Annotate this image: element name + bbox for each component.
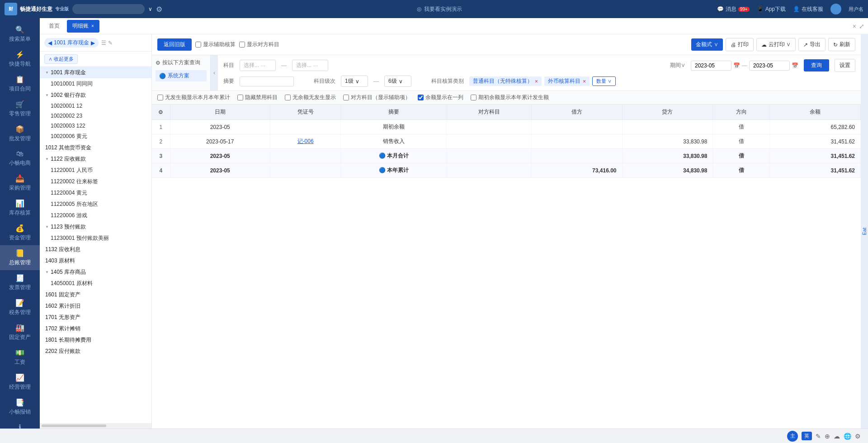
tree-col-icon[interactable]: ☰ xyxy=(101,40,106,46)
tree-item-11220001[interactable]: 11220001 人民币 xyxy=(40,165,151,176)
sidebar-item-project[interactable]: 📋 项目合同 xyxy=(0,71,40,96)
tree-item-1002[interactable]: ▼ 1002 银行存款 xyxy=(40,90,151,101)
tree-edit-icon[interactable]: ✎ xyxy=(108,40,113,46)
sidebar-item-invoice[interactable]: 🧾 发票管理 xyxy=(0,270,40,295)
top-search-input[interactable] xyxy=(72,4,145,14)
checkbox-opening-input[interactable] xyxy=(471,95,476,100)
sidebar-item-salary[interactable]: 💵 工资 xyxy=(0,345,40,370)
tree-item-1701[interactable]: 1701 无形资产 xyxy=(40,312,151,323)
tree-item-1405[interactable]: ▼ 1405 库存商品 xyxy=(40,267,151,278)
system-scheme-btn[interactable]: 🔵 系统方案 xyxy=(156,70,207,81)
summary-filter-input[interactable] xyxy=(240,76,294,86)
show-assist-check[interactable]: 显示辅助核算 xyxy=(195,41,236,48)
message-btn[interactable]: 💬 消息 99+ xyxy=(717,5,750,13)
sidebar-item-quick[interactable]: ⚡ 快捷导航 xyxy=(0,47,40,71)
period-start-input[interactable] xyxy=(691,61,731,71)
checkbox-one-col[interactable]: 余额显示在一列 xyxy=(418,94,463,101)
level-start-select[interactable]: 1级 ∨ xyxy=(341,76,368,87)
tab-home[interactable]: 首页 xyxy=(43,20,65,33)
sidebar-item-stock[interactable]: 📊 库存核算 xyxy=(0,195,40,220)
tree-item-10020002[interactable]: 10020002 23 xyxy=(40,111,151,121)
quantity-dropdown-btn[interactable]: 数量 ∨ xyxy=(592,76,616,86)
export-btn[interactable]: ↗ 导出 xyxy=(798,38,826,51)
gear-col-icon[interactable]: ⚙ xyxy=(158,109,163,115)
setting-btn[interactable]: 设置 xyxy=(835,59,855,72)
cloud-print-btn[interactable]: ☁ 云打印 ∨ xyxy=(756,38,796,51)
checkbox-contra[interactable]: 对方科目（显示辅助项） xyxy=(343,94,410,101)
show-contra-checkbox[interactable] xyxy=(239,42,245,48)
maximize-icon[interactable]: ⤢ xyxy=(859,23,864,30)
sidebar-item-purchase[interactable]: 📥 采购管理 xyxy=(0,171,40,195)
tree-item-10020006[interactable]: 10020006 黄元 xyxy=(40,131,151,142)
tree-item-14050001[interactable]: 14050001 原材料 xyxy=(40,278,151,289)
tree-item-10020001[interactable]: 10020001 12 xyxy=(40,101,151,111)
tree-item-11220005[interactable]: 11220005 所在地区 xyxy=(40,199,151,210)
status-icon-3[interactable]: ☁ xyxy=(834,433,840,440)
checkbox-no-amount-input[interactable] xyxy=(157,95,163,100)
lang-btn[interactable]: 英 xyxy=(802,432,812,440)
checkbox-no-balance[interactable]: 无余额无发生显示 xyxy=(285,94,336,101)
type-tag-2-close[interactable]: × xyxy=(583,78,586,85)
checkbox-hide-disabled-input[interactable] xyxy=(237,95,243,100)
right-edge-panel[interactable]: Eat xyxy=(861,34,868,429)
tree-item-1012[interactable]: 1012 其他货币资金 xyxy=(40,142,151,153)
sidebar-item-shop[interactable]: 🛍 小畅电商 xyxy=(0,146,40,171)
sidebar-item-report[interactable]: 📑 小畅报销 xyxy=(0,395,40,419)
app-download-btn[interactable]: 📱 App下载 xyxy=(757,5,786,13)
status-icon-4[interactable]: 🌐 xyxy=(844,433,851,440)
type-tag-1-close[interactable]: × xyxy=(535,78,538,85)
status-icon-1[interactable]: ✎ xyxy=(816,433,821,440)
back-old-version-btn[interactable]: 返回旧版 xyxy=(157,38,192,51)
sidebar-item-fixed[interactable]: 🏭 固定资产 xyxy=(0,320,40,345)
refresh-btn[interactable]: ↻ 刷新 xyxy=(828,38,855,51)
type-tag-2[interactable]: 外币核算科目 × xyxy=(544,76,590,86)
tree-selected-tag[interactable]: ◀ 1001 库存现金 ▶ xyxy=(44,38,99,48)
search-dropdown-icon[interactable]: ∨ xyxy=(148,6,152,12)
checkbox-opening[interactable]: 期初余额显示本年累计发生额 xyxy=(471,94,549,101)
sidebar-item-wholesale[interactable]: 📦 批发管理 xyxy=(0,121,40,146)
sidebar-item-finance[interactable]: 💰 资金管理 xyxy=(0,220,40,245)
period-end-input[interactable] xyxy=(749,61,790,71)
type-tag-1[interactable]: 普通科目（无特殊核算） × xyxy=(469,76,542,86)
show-assist-checkbox[interactable] xyxy=(195,42,201,48)
sidebar-item-retail[interactable]: 🛒 零售管理 xyxy=(0,96,40,121)
tree-item-1001[interactable]: ▼ 1001 库存现金 xyxy=(40,67,151,78)
settings-gear-icon[interactable]: ⚙ xyxy=(156,5,162,14)
sidebar-item-operation[interactable]: 📈 经营管理 xyxy=(0,370,40,395)
tree-item-11220004[interactable]: 11220004 黄元 xyxy=(40,187,151,199)
demo-area[interactable]: ◎ 我要看实例演示 xyxy=(417,5,462,13)
tree-scrollbar[interactable] xyxy=(40,423,151,429)
checkbox-contra-input[interactable] xyxy=(343,95,349,100)
tab-close-icon[interactable]: × xyxy=(91,24,94,29)
amount-style-btn[interactable]: 金额式 ∨ xyxy=(691,38,722,51)
status-icon-2[interactable]: ⊕ xyxy=(825,433,830,440)
status-icon-5[interactable]: ⚙ xyxy=(855,433,861,440)
checkbox-no-amount[interactable]: 无发生额显示本月本年累计 xyxy=(157,94,230,101)
tree-item-1602[interactable]: 1602 累计折旧 xyxy=(40,300,151,312)
tree-item-2202[interactable]: 2202 应付账款 xyxy=(40,346,151,357)
tree-item-1702[interactable]: 1702 累计摊销 xyxy=(40,323,151,334)
sidebar-item-basic[interactable]: ℹ 基础信息 xyxy=(0,419,40,429)
tree-item-1601[interactable]: 1601 固定资产 xyxy=(40,289,151,300)
tab-detail[interactable]: 明细账 × xyxy=(67,20,99,33)
print-btn[interactable]: 🖨 打印 xyxy=(726,38,754,51)
online-service-btn[interactable]: 👤 在线客服 xyxy=(793,5,823,13)
tree-item-10010001[interactable]: 10010001 同同同 xyxy=(40,78,151,90)
subject-input[interactable]: 选择... ··· xyxy=(240,60,276,71)
checkbox-no-balance-input[interactable] xyxy=(285,95,291,100)
voucher-link[interactable]: 记-006 xyxy=(297,138,314,144)
calendar-end-icon[interactable]: 📅 xyxy=(792,62,798,69)
tree-item-1132[interactable]: 1132 应收利息 xyxy=(40,244,151,255)
tree-item-10020003[interactable]: 10020003 122 xyxy=(40,121,151,131)
calendar-start-icon[interactable]: 📅 xyxy=(733,62,740,69)
window-close-icon[interactable]: × xyxy=(853,23,856,30)
status-main-btn[interactable]: 主 xyxy=(787,431,798,442)
tree-item-11230001[interactable]: 11230001 预付账款美丽 xyxy=(40,233,151,244)
checkbox-one-col-input[interactable] xyxy=(418,95,424,100)
tree-expand-btn[interactable]: ∧ 收起更多 xyxy=(44,54,78,64)
sidebar-item-search[interactable]: 🔍 搜索菜单 xyxy=(0,22,40,47)
checkbox-hide-disabled[interactable]: 隐藏禁用科目 xyxy=(237,94,278,101)
sidebar-item-tax[interactable]: 📝 税务管理 xyxy=(0,295,40,320)
sidebar-item-ledger[interactable]: 📒 总账管理 xyxy=(0,245,40,270)
tree-item-11220006[interactable]: 11220006 游戏 xyxy=(40,210,151,221)
